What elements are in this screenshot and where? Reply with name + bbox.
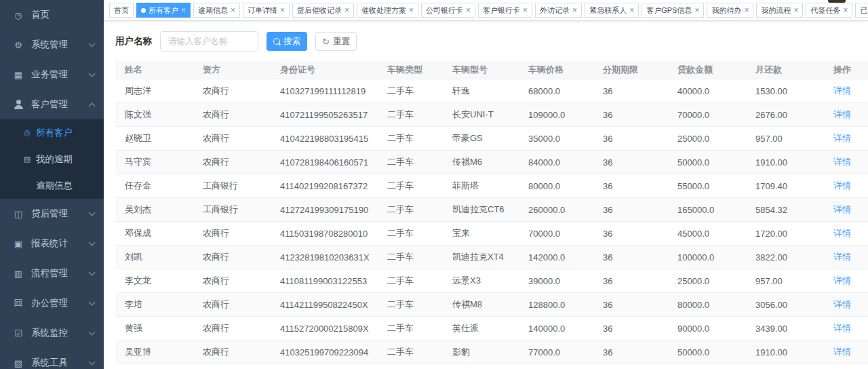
search-icon bbox=[273, 38, 280, 45]
tab-customer-bank-card[interactable]: 客户银行卡× bbox=[478, 3, 532, 18]
sidebar-item-home[interactable]: 首页 bbox=[0, 0, 104, 30]
reset-button[interactable]: ↻ 重置 bbox=[315, 32, 357, 51]
sidebar-item-all-customers[interactable]: 所有客户 bbox=[0, 119, 104, 146]
tab-overdue-info[interactable]: 逾期信息× bbox=[193, 3, 240, 18]
close-icon[interactable]: × bbox=[843, 6, 848, 14]
cell: 410721199505263517 bbox=[271, 103, 378, 127]
cell bbox=[746, 364, 824, 369]
close-icon[interactable]: × bbox=[694, 6, 699, 14]
close-icon[interactable]: × bbox=[523, 6, 528, 14]
detail-link[interactable]: 详情 bbox=[833, 323, 851, 333]
detail-link[interactable]: 详情 bbox=[833, 299, 851, 309]
cell: 轩逸 bbox=[443, 79, 519, 103]
detail-link[interactable]: 详情 bbox=[833, 204, 851, 214]
header-cell: 车辆类型 bbox=[378, 61, 443, 79]
cell: 农商行 bbox=[193, 222, 271, 246]
tab-label: 代签任务 bbox=[810, 5, 840, 16]
header-cell: 资方 bbox=[193, 61, 271, 79]
tab-home[interactable]: 首页 bbox=[109, 3, 134, 18]
tab-sign-tasks[interactable]: 代签任务× bbox=[806, 3, 852, 18]
header-cell: 车辆型号 bbox=[443, 61, 519, 79]
sidebar-item-post-loan-management[interactable]: 贷后管理 bbox=[0, 199, 104, 229]
tab-my-todo[interactable]: 我的待办× bbox=[707, 3, 753, 18]
detail-link[interactable]: 详情 bbox=[833, 275, 851, 286]
cell: 工商银行 bbox=[193, 198, 271, 222]
detail-link[interactable]: 详情 bbox=[833, 133, 851, 143]
detail-link[interactable]: 详情 bbox=[833, 157, 851, 167]
cell: 412724199309175190 bbox=[271, 198, 378, 222]
close-icon[interactable]: × bbox=[744, 6, 749, 14]
tab-company-bank-card[interactable]: 公司银行卡× bbox=[421, 3, 475, 18]
sidebar-item-customer-management[interactable]: 客户管理 bbox=[0, 90, 104, 119]
sidebar-item-report-statistics[interactable]: 报表统计 bbox=[0, 229, 104, 258]
close-icon[interactable]: × bbox=[181, 6, 186, 14]
close-icon[interactable]: × bbox=[280, 6, 285, 14]
cell-text: 农商行 bbox=[203, 85, 229, 96]
close-icon[interactable]: × bbox=[344, 6, 349, 14]
cell-text: 260000.0 bbox=[528, 205, 565, 215]
cell: 二手车 bbox=[378, 293, 443, 317]
tab-my-process[interactable]: 我的流程× bbox=[756, 3, 803, 18]
cell: 王明阳 bbox=[115, 364, 193, 369]
tab-all-customers[interactable]: 所有客户× bbox=[136, 3, 191, 18]
cell-text: 长安UNI-T bbox=[452, 109, 494, 119]
cell: 25000.0 bbox=[668, 127, 746, 151]
cell-text: 李培 bbox=[125, 299, 142, 309]
cell-text: 957.00 bbox=[755, 134, 783, 144]
sidebar-item-process-management[interactable]: 流程管理 bbox=[0, 258, 104, 288]
close-icon[interactable]: × bbox=[629, 6, 634, 14]
detail-link[interactable]: 详情 bbox=[833, 347, 851, 357]
cell-text: 410422198803195415 bbox=[280, 134, 368, 144]
detail-link[interactable]: 详情 bbox=[833, 109, 851, 119]
detail-link[interactable]: 详情 bbox=[833, 228, 851, 238]
cell: 3056.00 bbox=[746, 293, 824, 317]
sidebar-item-office-management[interactable]: 办公管理 bbox=[0, 288, 104, 318]
tab-emergency-contacts[interactable]: 紧急联系人× bbox=[585, 3, 639, 18]
cell: 二手车 bbox=[378, 317, 443, 341]
dashboard-icon bbox=[12, 10, 24, 20]
cell: 二手车 bbox=[378, 151, 443, 174]
tab-customer-gps[interactable]: 客户GPS信息× bbox=[642, 3, 704, 18]
cell-text: 任存金 bbox=[125, 180, 151, 191]
detail-link[interactable]: 详情 bbox=[833, 85, 851, 96]
sidebar-item-overdue-info[interactable]: 逾期信息 bbox=[0, 172, 104, 199]
cell-text: 农商行 bbox=[203, 157, 229, 167]
cell-text: 90000.0 bbox=[677, 324, 709, 334]
tab-field-visit-records[interactable]: 外访记录× bbox=[535, 3, 582, 18]
cell-text: 刘凯 bbox=[125, 252, 142, 262]
sidebar-item-system-tools[interactable]: 系统工具 bbox=[0, 348, 104, 369]
detail-link[interactable]: 详情 bbox=[833, 180, 851, 191]
tab-done-tasks[interactable]: 已办任务× bbox=[855, 3, 868, 18]
tab-post-loan-collection-records[interactable]: 贷后催收记录× bbox=[292, 3, 354, 18]
cell-text: 二手车 bbox=[387, 204, 414, 214]
close-icon[interactable]: × bbox=[572, 6, 577, 14]
table-row: 陈文强农商行410721199505263517二手车长安UNI-T109000… bbox=[115, 103, 868, 127]
close-icon[interactable]: × bbox=[231, 6, 235, 14]
search-input[interactable] bbox=[160, 31, 258, 52]
cell-text: 36 bbox=[603, 229, 612, 239]
cell: 李培 bbox=[115, 293, 193, 317]
cell-text: 109000.0 bbox=[528, 110, 565, 120]
sidebar-item-business-management[interactable]: 业务管理 bbox=[0, 60, 104, 90]
monitor-icon bbox=[12, 328, 24, 338]
cell-text: 80000.0 bbox=[528, 181, 560, 191]
tab-order-detail[interactable]: 订单详情× bbox=[243, 3, 290, 18]
detail-link[interactable]: 详情 bbox=[833, 252, 851, 262]
close-icon[interactable]: × bbox=[466, 6, 471, 14]
sidebar-item-system-monitor[interactable]: 系统监控 bbox=[0, 318, 104, 348]
cell-text: 二手车 bbox=[387, 85, 414, 96]
close-icon[interactable]: × bbox=[793, 6, 798, 14]
cell: 411503198708280010 bbox=[271, 222, 378, 246]
cell-text: 传祺M8 bbox=[452, 299, 482, 309]
cell-text: 25000.0 bbox=[677, 276, 709, 286]
cell-text: 二手车 bbox=[387, 228, 414, 238]
close-icon[interactable]: × bbox=[409, 6, 414, 14]
sidebar-item-system-management[interactable]: 系统管理 bbox=[0, 30, 104, 60]
cell: 36 bbox=[593, 174, 668, 198]
cell: 410327199111112819 bbox=[271, 79, 378, 103]
sidebar-item-my-overdue[interactable]: 我的逾期 bbox=[0, 146, 104, 172]
tab-collection-plan[interactable]: 催收处理方案× bbox=[357, 3, 418, 18]
search-button[interactable]: 搜索 bbox=[267, 32, 307, 51]
cell: 100000.0 bbox=[668, 246, 746, 269]
cell: 详情 bbox=[824, 198, 868, 222]
